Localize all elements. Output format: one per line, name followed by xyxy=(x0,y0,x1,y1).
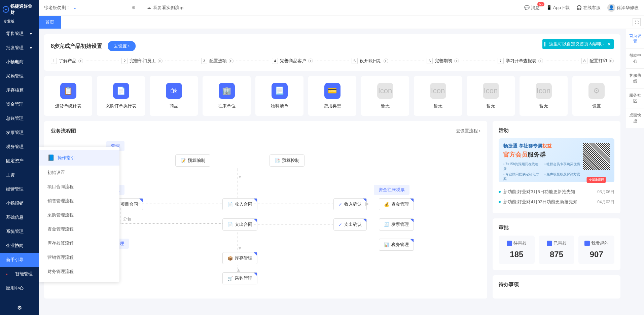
setup-step-3[interactable]: 3配置选项▶ xyxy=(201,58,234,64)
quick-card-0[interactable]: 📋进货单统计表 xyxy=(44,76,92,116)
popup-item-3[interactable]: 销售管理流程 xyxy=(39,194,119,208)
flow-node-11[interactable]: 🛒采购管理 xyxy=(222,272,257,284)
flow-node-5[interactable]: 💰资金管理 xyxy=(379,198,414,210)
nav-item-12[interactable]: 小畅报销 xyxy=(0,196,39,210)
nav-item-7[interactable]: 发票管理 xyxy=(0,126,39,140)
nav-item-8[interactable]: 税务管理 xyxy=(0,140,39,154)
nav-item-15[interactable]: 企业协同 xyxy=(0,239,39,253)
setup-step-7[interactable]: 7学习开单查报表▶ xyxy=(498,58,543,64)
rail-item-0[interactable]: 首页设置 xyxy=(626,29,644,49)
tenant-selector[interactable]: 徐老板勿删！ ⌄ xyxy=(44,5,132,11)
nav-item-14[interactable]: 系统管理 xyxy=(0,224,39,239)
close-icon[interactable]: ✕ xyxy=(607,42,611,47)
flow-node-1[interactable]: 📑预算控制 xyxy=(270,154,305,167)
quick-card-10[interactable]: ⚙设置 xyxy=(572,76,620,116)
quick-card-9[interactable]: Icon暂无 xyxy=(520,76,568,116)
setup-step-1[interactable]: 1了解产品▶ xyxy=(51,58,83,64)
nav-item-1[interactable]: 批发管理▼ xyxy=(0,41,39,55)
topbar-1[interactable]: 📱App下载 xyxy=(546,5,570,11)
quick-card-2[interactable]: 🛍商品 xyxy=(150,76,198,116)
rail-item-4[interactable]: 桌面快捷 xyxy=(626,108,644,128)
quick-card-5[interactable]: 💳费用类型 xyxy=(308,76,356,116)
flow-node-10[interactable]: 📦库存管理 xyxy=(222,252,257,264)
popup-item-4[interactable]: 采购管理流程 xyxy=(39,208,119,222)
nav-item-0[interactable]: 零售管理▼ xyxy=(0,27,39,41)
chevron-down-icon: ▼ xyxy=(29,46,33,50)
flow-node-9[interactable]: 📊税务管理 xyxy=(379,239,414,251)
approve-box-2[interactable]: 我发起的907 xyxy=(578,236,614,264)
quick-icon: Icon xyxy=(536,83,552,99)
user-menu[interactable]: 👤徐泽华修改 xyxy=(607,4,639,12)
tab-home[interactable]: 首页 xyxy=(39,16,61,29)
flow-node-3[interactable]: 📄收入合同 xyxy=(222,198,257,210)
rail-item-1[interactable]: 帮助中心 xyxy=(626,49,644,69)
play-icon: ▶ xyxy=(384,59,388,63)
topbar-2[interactable]: 🎧在线客服 xyxy=(576,5,601,11)
main-area: 徐老板勿删！ ⌄ ⚙ ☁ 我要看实例演示 💬消息65📱App下载🎧在线客服👤徐泽… xyxy=(39,0,644,315)
nav-item-3[interactable]: 采购管理 xyxy=(0,69,39,83)
setup-step-6[interactable]: 6完善期初▶ xyxy=(427,58,459,64)
demo-link[interactable]: ☁ 我要看实例演示 xyxy=(147,5,184,11)
quick-label: 暂无 xyxy=(487,103,495,109)
nav-item-17[interactable]: 智能管理 xyxy=(0,267,39,281)
dot-icon xyxy=(499,191,501,193)
nav-item-11[interactable]: 经营管理 xyxy=(0,182,39,196)
nav-item-4[interactable]: 库存核算 xyxy=(0,83,39,97)
popup-item-5[interactable]: 资金管理流程 xyxy=(39,222,119,236)
nav-item-10[interactable]: 工资 xyxy=(0,168,39,182)
topbar-0[interactable]: 💬消息65 xyxy=(524,5,540,11)
popup-item-0[interactable]: 📘操作指引 xyxy=(39,150,119,166)
quick-card-4[interactable]: 📃物料清单 xyxy=(255,76,303,116)
settings-gear-icon[interactable]: ⚙ xyxy=(0,301,39,315)
clipboard-icon xyxy=(547,241,552,246)
corner-icon xyxy=(410,199,414,202)
tenant-gear-icon[interactable]: ⚙ xyxy=(132,5,136,10)
setup-step-2[interactable]: 2完善部门员工▶ xyxy=(121,58,163,64)
tenant-name: 徐老板勿删！ xyxy=(44,5,70,11)
news-date: 03月06日 xyxy=(597,189,614,195)
nav-item-5[interactable]: 资金管理 xyxy=(0,97,39,111)
play-icon: ▶ xyxy=(78,59,83,63)
quick-icon: 💳 xyxy=(324,83,341,99)
approve-box-0[interactable]: 待审核185 xyxy=(499,236,535,264)
popup-item-7[interactable]: 营销管理流程 xyxy=(39,250,119,265)
setup-step-5[interactable]: 5设开账日期▶ xyxy=(352,58,388,64)
nav-item-13[interactable]: 基础信息 xyxy=(0,210,39,224)
flow-settings-link[interactable]: 去设置流程 › xyxy=(456,128,480,134)
quick-card-7[interactable]: Icon暂无 xyxy=(414,76,462,116)
rail-item-3[interactable]: 服务社区 xyxy=(626,89,644,108)
arrow-icon: ▲ xyxy=(236,267,241,273)
popup-item-2[interactable]: 项目合同流程 xyxy=(39,180,119,194)
setup-button[interactable]: 去设置 › xyxy=(108,41,136,51)
node-icon: ✓ xyxy=(338,202,342,207)
nav-item-6[interactable]: 总账管理 xyxy=(0,111,39,126)
news-item-1[interactable]: 新功能|好业财4月03日功能更新抢先知04月03日 xyxy=(499,197,614,207)
rail-item-2[interactable]: 客服热线 xyxy=(626,69,644,89)
nav-item-16[interactable]: 新手引导 xyxy=(0,253,39,267)
quick-card-6[interactable]: Icon暂无 xyxy=(361,76,409,116)
approve-count: 185 xyxy=(503,250,530,259)
quick-card-3[interactable]: 🏢往来单位 xyxy=(203,76,251,116)
setup-step-4[interactable]: 4完善商品客户▶ xyxy=(272,58,313,64)
flow-node-7[interactable]: ✓支出确认 xyxy=(333,218,367,231)
nav-item-18[interactable]: 应用中心 xyxy=(0,281,39,295)
topbar-icon: 💬 xyxy=(524,5,530,10)
flow-node-8[interactable]: 🧾发票管理 xyxy=(379,218,414,231)
nav-item-9[interactable]: 固定资产 xyxy=(0,154,39,168)
news-item-0[interactable]: 新功能|好业财3月6日功能更新抢先知03月06日 xyxy=(499,187,614,197)
approve-box-1[interactable]: 已审核875 xyxy=(539,236,575,264)
popup-item-1[interactable]: 初始设置 xyxy=(39,166,119,180)
activity-banner[interactable]: 畅捷通 享社群专属权益 官方会员服务群 • 7×15h资深顾问在线答疑• 社群会… xyxy=(499,138,614,182)
quick-card-8[interactable]: Icon暂无 xyxy=(467,76,515,116)
quick-card-1[interactable]: 📄采购订单执行表 xyxy=(97,76,145,116)
popup-item-8[interactable]: 财务管理流程 xyxy=(39,265,119,279)
expand-icon[interactable]: ⛶ xyxy=(633,18,641,26)
corner-icon xyxy=(410,239,414,242)
flow-node-6[interactable]: 📄支出合同 xyxy=(222,218,257,231)
setup-step-8[interactable]: 8配置打印▶ xyxy=(581,58,614,64)
flow-node-4[interactable]: ✓收入确认 xyxy=(333,198,367,210)
arrow-icon: ▼ xyxy=(238,245,242,251)
popup-item-6[interactable]: 库存核算流程 xyxy=(39,236,119,250)
flow-node-0[interactable]: 📝预算编制 xyxy=(175,154,210,167)
nav-item-2[interactable]: 小畅电商 xyxy=(0,55,39,69)
